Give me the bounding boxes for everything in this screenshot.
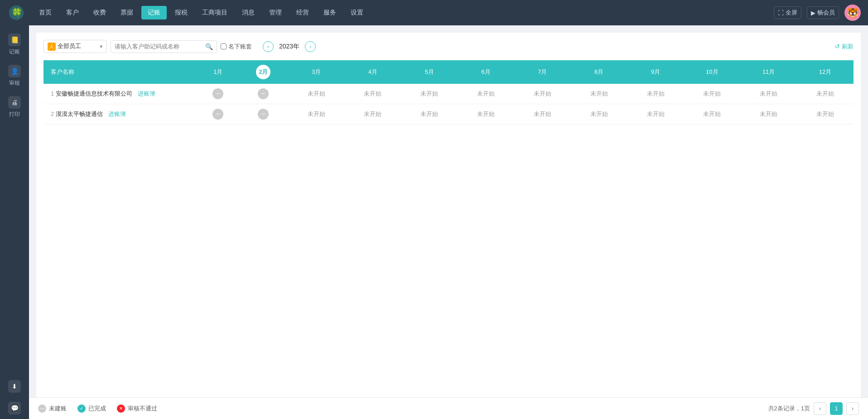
legend-not-started-label: 未建账 xyxy=(49,405,67,413)
sidebar-item-review[interactable]: 👤 审核 xyxy=(0,60,29,92)
prev-page-button[interactable]: ‹ xyxy=(814,402,826,415)
refresh-label: 刷新 xyxy=(842,43,854,51)
row-2-name-cell: 2漠漠太平畅捷通信 进账簿 xyxy=(43,104,198,125)
enter-ledger-link[interactable]: 进账簿 xyxy=(108,111,126,117)
next-page-button[interactable]: › xyxy=(846,402,859,415)
sidebar-item-download[interactable]: ⬇ xyxy=(0,376,29,397)
not-started-text: 未开始 xyxy=(534,111,551,117)
col-header-jan: 1月 xyxy=(198,60,239,84)
dash-icon: − xyxy=(258,88,269,99)
table-wrapper: 客户名称 1月 2月 3月 4月 5月 6月 7月 8月 9月 10月 11月 xyxy=(43,60,854,125)
not-started-text: 未开始 xyxy=(477,111,495,117)
nav-operations[interactable]: 经营 xyxy=(290,6,315,19)
nav-tax[interactable]: 报税 xyxy=(169,6,194,19)
col-header-dec: 12月 xyxy=(797,60,854,84)
row-2-month-7: 未开始 xyxy=(514,104,571,125)
row-1-month-2[interactable]: − xyxy=(239,84,288,104)
not-started-text: 未开始 xyxy=(760,111,777,117)
nav-invoice[interactable]: 票据 xyxy=(114,6,140,19)
row-2-month-11: 未开始 xyxy=(740,104,797,125)
row-1-month-11: 未开始 xyxy=(740,84,797,104)
sidebar-item-chat[interactable]: 💬 xyxy=(0,397,29,419)
employee-select[interactable]: 人全部员工 ▾ xyxy=(43,40,107,53)
download-icon: ⬇ xyxy=(8,380,21,393)
next-year-button[interactable]: › xyxy=(305,41,316,52)
nav-business[interactable]: 工商项目 xyxy=(196,6,234,19)
row-2-month-10: 未开始 xyxy=(684,104,740,125)
not-started-text: 未开始 xyxy=(420,90,438,97)
not-started-text: 未开始 xyxy=(647,90,665,97)
row-1-month-3: 未开始 xyxy=(288,84,345,104)
row-1-month-9: 未开始 xyxy=(627,84,684,104)
year-nav: ‹ 2023年 › xyxy=(263,41,316,52)
nav-right-section: ⛶ 全屏 ▶ 畅会员 🐯 xyxy=(774,5,861,21)
prev-year-button[interactable]: ‹ xyxy=(263,41,274,52)
row-2-month-4: 未开始 xyxy=(345,104,401,125)
top-navigation: 🍀 首页 客户 收费 票据 记账 报税 工商项目 消息 管理 经营 服务 设置 … xyxy=(0,0,868,25)
not-started-text: 未开始 xyxy=(760,90,777,97)
not-started-text: 未开始 xyxy=(534,90,551,97)
row-1-month-7: 未开始 xyxy=(514,84,571,104)
nav-settings[interactable]: 设置 xyxy=(344,6,370,19)
col-header-oct: 10月 xyxy=(684,60,740,84)
row-2-month-6: 未开始 xyxy=(458,104,514,125)
vip-button[interactable]: ▶ 畅会员 xyxy=(807,6,839,19)
refresh-button[interactable]: ↺ 刷新 xyxy=(835,43,854,51)
user-avatar[interactable]: 🐯 xyxy=(844,5,861,21)
row-index: 2 xyxy=(51,111,54,117)
nav-home[interactable]: 首页 xyxy=(33,6,58,19)
footer: — 未建账 ✓ 已完成 ✕ 审核不通过 共2条记录，1页 ‹ 1 › xyxy=(29,397,868,419)
accounting-icon: 📒 xyxy=(8,34,21,46)
not-started-text: 未开始 xyxy=(590,90,608,97)
row-2-month-2[interactable]: − xyxy=(239,104,288,125)
legend-completed: ✓ 已完成 xyxy=(77,405,106,413)
toolbar: 人全部员工 ▾ 🔍 名下账套 ‹ 2023年 › ↺ 刷新 xyxy=(43,40,854,53)
svg-text:🍀: 🍀 xyxy=(11,7,23,18)
customer-name: 漠漠太平畅捷通信 xyxy=(56,111,103,117)
table-row: 1安徽畅捷通信息技术有限公司 进账簿−−未开始未开始未开始未开始未开始未开始未开… xyxy=(43,84,854,104)
col-header-apr: 4月 xyxy=(345,60,401,84)
current-page-button[interactable]: 1 xyxy=(830,402,843,415)
row-1-month-4: 未开始 xyxy=(345,84,401,104)
sidebar-item-print[interactable]: 🖨 打印 xyxy=(0,92,29,123)
app-logo: 🍀 xyxy=(7,4,25,22)
row-2-month-1[interactable]: − xyxy=(198,104,239,125)
fullscreen-label: 全屏 xyxy=(786,9,797,17)
customer-name: 安徽畅捷通信息技术有限公司 xyxy=(56,90,132,97)
sidebar-review-label: 审核 xyxy=(9,79,20,87)
account-checkbox[interactable] xyxy=(221,43,227,49)
chevron-down-icon: ▾ xyxy=(100,43,103,50)
not-started-text: 未开始 xyxy=(420,111,438,117)
col-header-feb: 2月 xyxy=(239,60,288,84)
checkbox-label[interactable]: 名下账套 xyxy=(221,43,252,51)
fullscreen-icon: ⛶ xyxy=(778,10,784,16)
nav-service[interactable]: 服务 xyxy=(317,6,342,19)
not-started-text: 未开始 xyxy=(816,90,834,97)
col-header-may: 5月 xyxy=(401,60,458,84)
active-month-indicator: 2月 xyxy=(256,65,270,79)
sidebar-print-label: 打印 xyxy=(9,111,20,118)
nav-customer[interactable]: 客户 xyxy=(60,6,85,19)
enter-ledger-link[interactable]: 进账簿 xyxy=(138,90,155,97)
search-input[interactable] xyxy=(111,41,202,52)
col-header-jul: 7月 xyxy=(514,60,571,84)
nav-message[interactable]: 消息 xyxy=(236,6,261,19)
nav-accounting[interactable]: 记账 xyxy=(141,6,167,19)
table-row: 2漠漠太平畅捷通信 进账簿−−未开始未开始未开始未开始未开始未开始未开始未开始未… xyxy=(43,104,854,125)
not-started-text: 未开始 xyxy=(364,111,381,117)
row-1-month-6: 未开始 xyxy=(458,84,514,104)
fullscreen-button[interactable]: ⛶ 全屏 xyxy=(774,6,801,19)
nav-manage[interactable]: 管理 xyxy=(263,6,288,19)
legend-completed-label: 已完成 xyxy=(88,405,106,413)
sidebar-item-accounting[interactable]: 📒 记账 xyxy=(0,29,29,60)
col-header-name: 客户名称 xyxy=(43,60,198,84)
col-header-sep: 9月 xyxy=(627,60,684,84)
employee-icon: 人 xyxy=(48,43,56,51)
search-button[interactable]: 🔍 xyxy=(202,41,217,53)
nav-fee[interactable]: 收费 xyxy=(87,6,112,19)
dash-icon: − xyxy=(212,109,223,120)
legend-rejected-label: 审核不通过 xyxy=(128,405,157,413)
not-started-text: 未开始 xyxy=(590,111,608,117)
not-started-text: 未开始 xyxy=(364,90,381,97)
row-1-month-1[interactable]: − xyxy=(198,84,239,104)
